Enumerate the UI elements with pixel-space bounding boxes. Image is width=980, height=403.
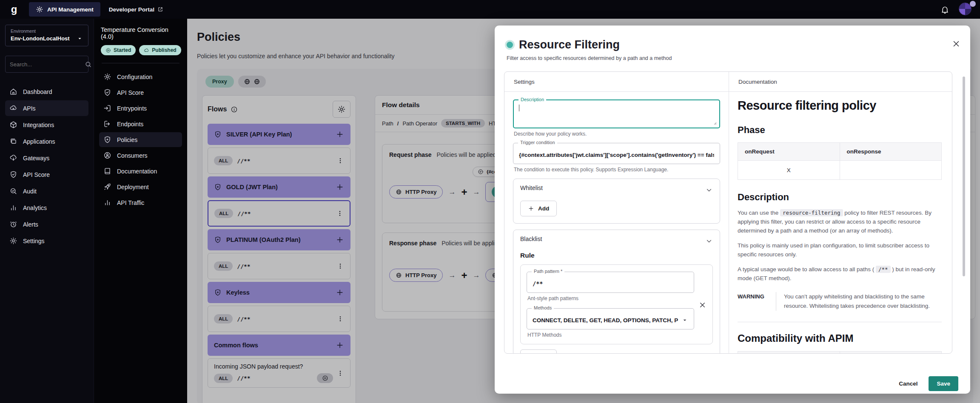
- sidebar-item[interactable]: Analytics: [5, 200, 88, 216]
- blacklist-label: Blacklist: [520, 236, 542, 242]
- chevron-down-icon[interactable]: [705, 237, 713, 245]
- sidebar-item[interactable]: Gateways: [5, 150, 88, 166]
- user-avatar[interactable]: [959, 3, 972, 16]
- api-sidebar-item[interactable]: API Score: [99, 85, 182, 100]
- api-status-badges: Started Published: [99, 45, 182, 55]
- doc-paragraph: This policy is mainly used in plan confi…: [738, 241, 942, 259]
- api-sidebar-item-label: API Score: [117, 89, 144, 96]
- sidebar-item-label: Settings: [23, 238, 45, 244]
- gravitee-logo: g: [8, 3, 20, 16]
- api-sidebar-item[interactable]: Entrypoints: [99, 101, 182, 116]
- trigger-condition-field[interactable]: Trigger condition {#context.attributes['…: [513, 143, 720, 164]
- dialog-body: Settings Documentation Description Descr…: [504, 71, 952, 354]
- sidebar-item[interactable]: Settings: [5, 233, 88, 249]
- description-textarea[interactable]: Description: [513, 99, 720, 128]
- environment-value: Env-LondonLocalHost: [11, 35, 70, 42]
- status-badge: Started: [101, 45, 136, 55]
- documentation-icon: [103, 167, 111, 175]
- search-input[interactable]: [10, 61, 85, 68]
- cloud-icon: [144, 48, 149, 53]
- sidebar-item-label: APIs: [23, 105, 36, 112]
- methods-label: Methods: [532, 305, 554, 310]
- api-sidebar-item[interactable]: API Traffic: [99, 195, 182, 210]
- sidebar-item-label: Gateways: [23, 155, 49, 162]
- chevron-down-icon[interactable]: [705, 186, 713, 194]
- sidebar-item[interactable]: API Score: [5, 167, 88, 182]
- policy-status-dot: [507, 42, 513, 48]
- whitelist-add-button[interactable]: Add: [520, 201, 557, 216]
- rule-heading: Rule: [520, 252, 713, 259]
- resource-filtering-dialog: Resource Filtering Filter access to spec…: [495, 26, 970, 394]
- settings-icon: [9, 237, 17, 245]
- top-bar: g API Management Developer Portal: [0, 0, 980, 19]
- status-badge: Published: [139, 45, 181, 55]
- sidebar-item[interactable]: APIs: [5, 100, 88, 116]
- gateways-icon: [9, 154, 17, 162]
- compat-col-apim: APIM version: [840, 351, 942, 353]
- tab-settings[interactable]: Settings: [504, 72, 729, 92]
- play-icon: [105, 48, 111, 53]
- api-sidebar-item[interactable]: Documentation: [99, 164, 182, 179]
- entrypoints-icon: [103, 104, 111, 112]
- close-icon[interactable]: [952, 39, 961, 48]
- avatar-status-dot: [970, 1, 976, 7]
- endpoints-icon: [103, 120, 111, 128]
- plus-icon: [528, 205, 534, 212]
- settings-panel: Description Describe how your policy wor…: [504, 92, 729, 353]
- phase-onrequest-value: X: [738, 161, 840, 180]
- developer-portal-link[interactable]: Developer Portal: [109, 6, 163, 13]
- doc-description-heading: Description: [738, 192, 942, 203]
- blacklist-section: Blacklist Rule Path pattern * /** Ant-st…: [513, 230, 720, 353]
- sidebar-item-label: API Score: [23, 171, 50, 178]
- doc-phase-heading: Phase: [738, 125, 942, 136]
- whitelist-label: Whitelist: [520, 184, 543, 191]
- api-score-icon: [103, 88, 111, 96]
- divider: [102, 63, 179, 63]
- search-icon: [85, 61, 92, 68]
- dialog-scrollbar[interactable]: [963, 77, 965, 276]
- sidebar-item[interactable]: Integrations: [5, 117, 88, 133]
- api-traffic-icon: [103, 199, 111, 207]
- divider: [738, 322, 942, 322]
- apis-icon: [9, 104, 17, 112]
- org-sidebar: Environment Env-LondonLocalHost Dashboar…: [0, 19, 94, 403]
- sidebar-search[interactable]: [5, 56, 88, 73]
- dialog-subtitle: Filter access to specific resources dete…: [507, 55, 958, 61]
- caret-down-icon: [77, 35, 83, 42]
- sidebar-item-label: Audit: [23, 188, 37, 195]
- api-sidebar-item[interactable]: Deployment: [99, 179, 182, 194]
- api-sidebar: Temperature Conversion (4.0) Started Pub…: [94, 19, 187, 403]
- phase-table: onRequest onResponse X: [738, 142, 942, 180]
- divider: [776, 292, 776, 310]
- warning-label: WARNING: [738, 292, 768, 310]
- environment-selector[interactable]: Environment Env-LondonLocalHost: [5, 25, 88, 46]
- tab-documentation[interactable]: Documentation: [729, 72, 952, 92]
- notifications-bell-icon[interactable]: [940, 5, 949, 14]
- api-sidebar-item-label: Endpoints: [117, 121, 143, 128]
- api-sidebar-item[interactable]: Policies: [99, 132, 182, 147]
- analytics-icon: [9, 204, 17, 212]
- api-sidebar-item[interactable]: Configuration: [99, 69, 182, 84]
- sidebar-item[interactable]: Alerts: [5, 216, 88, 232]
- api-sidebar-item-label: Policies: [117, 136, 137, 143]
- whitelist-section: Whitelist Add: [513, 179, 720, 224]
- sidebar-item-label: Alerts: [23, 221, 38, 228]
- sidebar-item[interactable]: Applications: [5, 133, 88, 149]
- main-nav: Dashboard APIs Integrations Applications…: [5, 84, 88, 249]
- trigger-condition-value: {#context.attributes['jwt.claims']['scop…: [519, 152, 714, 158]
- blacklist-add-button[interactable]: Add: [520, 349, 557, 353]
- api-sidebar-item[interactable]: Consumers: [99, 148, 182, 163]
- resize-handle-icon[interactable]: [711, 119, 717, 125]
- path-pattern-field[interactable]: Path pattern * /**: [527, 272, 694, 293]
- integrations-icon: [9, 121, 17, 129]
- remove-rule-icon[interactable]: [698, 301, 707, 309]
- sidebar-item[interactable]: Audit: [5, 183, 88, 199]
- api-management-button[interactable]: API Management: [29, 2, 100, 17]
- sidebar-item[interactable]: Dashboard: [5, 84, 88, 99]
- methods-select[interactable]: Methods CONNECT, DELETE, GET, HEAD, OPTI…: [527, 308, 694, 329]
- policies-icon: [103, 136, 111, 144]
- deployment-icon: [103, 183, 111, 191]
- cancel-button[interactable]: Cancel: [899, 380, 917, 387]
- save-button[interactable]: Save: [929, 376, 958, 391]
- api-sidebar-item[interactable]: Endpoints: [99, 116, 182, 131]
